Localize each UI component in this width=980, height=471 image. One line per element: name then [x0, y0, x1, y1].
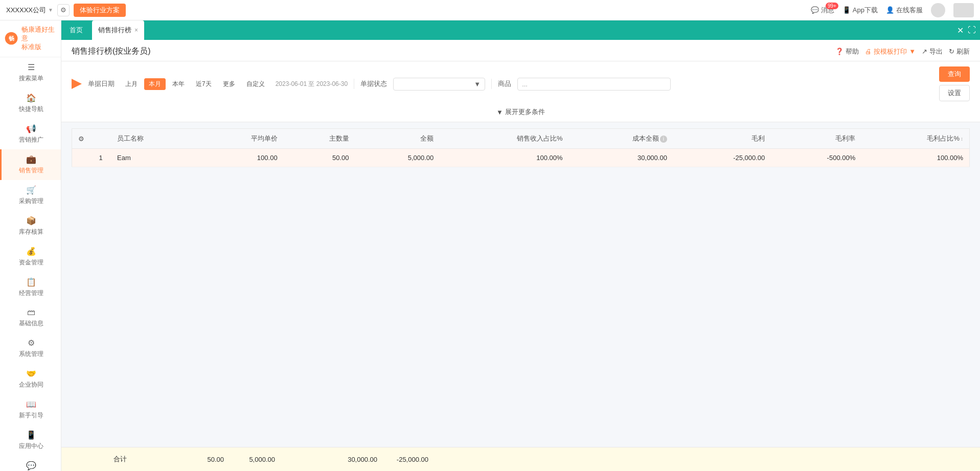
sidebar-item-purchase[interactable]: 🛒 采购管理: [0, 180, 61, 211]
sidebar-item-marketing[interactable]: 📢 营销推广: [0, 119, 61, 149]
footer-cell-rank: [87, 457, 107, 461]
export-button[interactable]: ↗ 导出: [922, 47, 943, 56]
page-content: 销售排行榜(按业务员) ❓ 帮助 🖨 按模板打印 ▼ ↗ 导出: [61, 40, 980, 471]
expand-more-button[interactable]: ▼ 展开更多条件: [496, 107, 545, 117]
goods-input[interactable]: ...: [517, 78, 671, 91]
sidebar-item-operation[interactable]: 📋 经营管理: [0, 272, 61, 303]
top-bar: XXXXXX公司 ▼ ⚙ 体验行业方案 💬 消息 99+ 📱 App下载 👤 在…: [0, 0, 980, 20]
status-label: 单据状态: [360, 79, 387, 88]
col-header-settings[interactable]: ⚙: [72, 129, 91, 149]
date-btn-this-month[interactable]: 本月: [144, 78, 166, 90]
purchase-icon: 🛒: [26, 185, 36, 195]
service-icon: 👤: [886, 6, 894, 14]
tab-label: 销售排行榜: [98, 26, 131, 35]
cell-gross-pct: 100.00%: [861, 149, 969, 167]
chevron-down-icon: ▼: [48, 7, 53, 13]
status-select[interactable]: ▼: [393, 78, 485, 91]
marketing-icon: 📢: [26, 124, 36, 133]
date-label: 单据日期: [88, 79, 115, 88]
refresh-button[interactable]: ↻ 刷新: [949, 47, 970, 56]
online-service-item[interactable]: 👤 在线客服: [886, 6, 923, 15]
tab-maximize-icon[interactable]: ⛶: [968, 26, 976, 35]
print-button[interactable]: 🖨 按模板打印 ▼: [865, 47, 916, 56]
tab-home[interactable]: 首页: [61, 20, 91, 40]
col-header-gross-rate: 毛利率: [771, 129, 861, 149]
footer-cell-gross-pct: [475, 457, 516, 461]
message-icon: 💬: [811, 6, 819, 14]
svg-text:畅: 畅: [9, 36, 14, 42]
date-btn-last-month[interactable]: 上月: [121, 78, 142, 90]
date-btn-more[interactable]: 更多: [218, 78, 240, 90]
page-title: 销售排行榜(按业务员): [72, 46, 151, 57]
newbie-icon: 📖: [26, 399, 36, 409]
sidebar-item-sales[interactable]: 💼 销售管理: [0, 149, 61, 180]
date-range-display: 2023-06-01 至 2023-06-30: [276, 80, 348, 88]
footer-cell-sales-pct: [281, 457, 332, 461]
date-btn-7days[interactable]: 近7天: [191, 78, 216, 90]
top-bar-right: 💬 消息 99+ 📱 App下载 👤 在线客服: [811, 3, 974, 17]
sidebar-item-weixin[interactable]: 💬 企业微信: [0, 456, 61, 471]
query-button[interactable]: 查询: [939, 66, 970, 82]
col-header-avg-price: 平均单价: [197, 129, 284, 149]
system-icon: ⚙: [28, 338, 35, 348]
col-header-rank: [90, 129, 111, 149]
sidebar-item-enterprise[interactable]: 🤝 企业协同: [0, 364, 61, 394]
cost-info-icon[interactable]: i: [660, 136, 667, 143]
footer-row: 合计 50.00 5,000.00 30,000.00 -25,000.00: [72, 453, 970, 466]
settings-gear-button[interactable]: ⚙: [57, 4, 70, 16]
data-table: ⚙ 员工名称 平均单价 主数量 全额 销售收入占比% 成本全额i 毛利 毛利率: [72, 128, 970, 167]
sidebar-item-inventory[interactable]: 📦 库存核算: [0, 211, 61, 241]
service-label: 在线客服: [896, 6, 923, 15]
help-button[interactable]: ❓ 帮助: [835, 47, 859, 56]
user-name-placeholder: [953, 3, 974, 17]
sidebar-item-newbie[interactable]: 📖 新手引导: [0, 394, 61, 425]
filter-row: 单据日期 上月 本月 本年 近7天 更多 自定义 2023-06-01 至 20…: [72, 66, 970, 101]
sidebar-item-system[interactable]: ⚙ 系统管理: [0, 333, 61, 364]
tab-bar: 首页 销售排行榜 × ✕ ⛶: [61, 20, 980, 40]
main-layout: 畅 畅康通好生意 标准版 ☰ 搜索菜单 🏠 快捷导航 📢 营销推广 💼 销售管理…: [0, 20, 980, 471]
sidebar: 畅 畅康通好生意 标准版 ☰ 搜索菜单 🏠 快捷导航 📢 营销推广 💼 销售管理…: [0, 20, 61, 471]
filter-divider-1: [354, 79, 354, 89]
date-buttons: 上月 本月 本年 近7天 更多 自定义: [121, 78, 269, 90]
col-header-cost-amount: 成本全额i: [569, 129, 673, 149]
trial-button[interactable]: 体验行业方案: [74, 4, 126, 17]
message-item[interactable]: 💬 消息 99+: [811, 6, 834, 15]
sidebar-item-basic-info[interactable]: 🗃 基础信息: [0, 303, 61, 333]
table-body: 1Eam100.0050.005,000.00100.00%30,000.00-…: [72, 149, 970, 167]
print-chevron-icon: ▼: [909, 48, 916, 55]
cell-name: Eam: [111, 149, 197, 167]
sidebar-item-search[interactable]: ☰ 搜索菜单: [0, 57, 61, 88]
date-btn-this-year[interactable]: 本年: [168, 78, 189, 90]
col-header-employee: 员工名称: [111, 129, 197, 149]
sidebar-item-app-center[interactable]: 📱 应用中心: [0, 425, 61, 456]
company-name: XXXXXX公司: [6, 6, 46, 15]
col-header-main-qty: 主数量: [284, 129, 355, 149]
footer-cell-gross: -25,000.00: [383, 454, 435, 465]
print-icon: 🖨: [865, 48, 872, 55]
sidebar-logo: 畅 畅康通好生意 标准版: [0, 20, 61, 57]
footer-cell-avg-price: [148, 457, 189, 461]
goods-placeholder: ...: [522, 80, 528, 88]
tab-close-icon[interactable]: ×: [134, 27, 138, 34]
company-selector[interactable]: XXXXXX公司 ▼: [6, 6, 53, 15]
footer-cell-label: 合计: [107, 453, 148, 466]
filter-expand-arrow-icon[interactable]: [72, 79, 82, 89]
cell-gross-rate: -500.00%: [771, 149, 861, 167]
footer-cell-settings: [72, 457, 87, 461]
setting-button[interactable]: 设置: [939, 85, 970, 101]
date-btn-custom[interactable]: 自定义: [242, 78, 269, 90]
col-header-gross-pct: 毛利占比%↕: [861, 129, 969, 149]
app-label: App下载: [853, 6, 878, 15]
footer-cell-cost-amount: 30,000.00: [332, 454, 383, 465]
expand-down-icon: ▼: [496, 108, 503, 116]
sidebar-item-finance[interactable]: 💰 资金管理: [0, 241, 61, 272]
app-download-item[interactable]: 📱 App下载: [842, 6, 878, 15]
weixin-icon: 💬: [26, 461, 36, 470]
gross-pct-sort-icon[interactable]: ↕: [961, 136, 963, 142]
query-area: 查询 设置: [939, 66, 970, 101]
sidebar-item-quick-nav[interactable]: 🏠 快捷导航: [0, 88, 61, 119]
avatar[interactable]: [931, 3, 945, 17]
tab-close-window-icon[interactable]: ✕: [957, 26, 964, 35]
tab-sales-ranking[interactable]: 销售排行榜 ×: [92, 20, 144, 40]
logo-icon: 畅: [4, 30, 18, 47]
